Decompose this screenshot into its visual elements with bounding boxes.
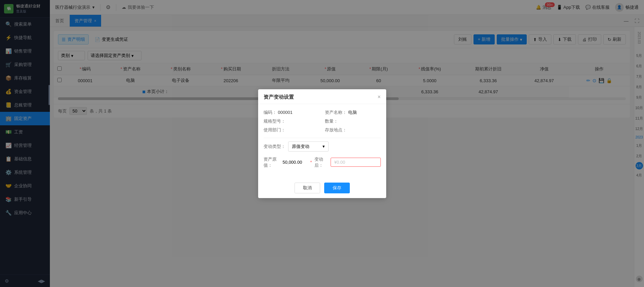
- after-change-input[interactable]: [331, 158, 381, 167]
- modal-name-label: 资产名称：: [325, 109, 347, 116]
- original-value-label: 资产原值：: [264, 156, 280, 168]
- asset-change-modal: 资产变动设置 × 编码： 000001 资产名称： 电脑 规格型号： 数量：: [258, 89, 386, 198]
- modal-name-item: 资产名称： 电脑: [325, 109, 381, 116]
- cancel-btn[interactable]: 取消: [295, 183, 320, 193]
- change-type-field: 变动类型： 原值变动 ▾: [264, 141, 381, 152]
- modal-body: 编码： 000001 资产名称： 电脑 规格型号： 数量： 使用部门：: [258, 104, 386, 179]
- modal-footer: 取消 保存: [258, 179, 386, 198]
- cancel-label: 取消: [303, 185, 312, 190]
- original-value-field: 资产原值： 50,000.00 * 变动后：: [264, 156, 381, 168]
- modal-dept-label: 使用部门：: [264, 127, 285, 133]
- modal-spec-label: 规格型号：: [264, 118, 285, 124]
- modal-location-label: 存放地点：: [325, 127, 347, 133]
- change-type-label: 变动类型：: [264, 144, 285, 150]
- modal-title: 资产变动设置: [264, 94, 294, 100]
- modal-overlay: 资产变动设置 × 编码： 000001 资产名称： 电脑 规格型号： 数量：: [0, 0, 644, 287]
- modal-dept-item: 使用部门：: [264, 127, 319, 133]
- modal-spec-item: 规格型号：: [264, 118, 319, 124]
- modal-quantity-label: 数量：: [325, 118, 338, 124]
- modal-divider: [264, 138, 381, 138]
- change-type-value: 原值变动: [292, 144, 309, 150]
- save-label: 保存: [333, 185, 341, 190]
- modal-code-item: 编码： 000001: [264, 109, 319, 116]
- modal-quantity-item: 数量：: [325, 118, 381, 124]
- change-type-arrow: ▾: [323, 144, 325, 149]
- save-btn[interactable]: 保存: [324, 183, 350, 193]
- modal-header: 资产变动设置 ×: [258, 89, 386, 104]
- modal-close-btn[interactable]: ×: [377, 94, 380, 100]
- original-value-display: 50,000.00: [283, 160, 302, 165]
- modal-code-label: 编码：: [264, 109, 277, 116]
- modal-name-value: 电脑: [348, 109, 357, 116]
- modal-code-value: 000001: [278, 110, 293, 115]
- after-change-label: 变动后：: [314, 156, 328, 168]
- change-type-select[interactable]: 原值变动 ▾: [288, 141, 329, 152]
- modal-info-grid: 编码： 000001 资产名称： 电脑 规格型号： 数量： 使用部门：: [264, 109, 381, 133]
- modal-location-item: 存放地点：: [325, 127, 381, 133]
- required-mark: *: [310, 160, 312, 165]
